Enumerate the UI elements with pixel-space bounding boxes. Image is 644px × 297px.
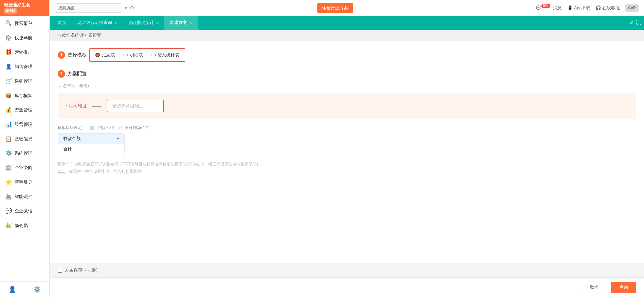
metrics-closing: ） [153, 125, 157, 131]
tab-home[interactable]: 首页 [52, 16, 72, 30]
tab-collection-stats[interactable]: 收款情况统计 ✕ [122, 16, 164, 30]
radio-detail[interactable]: 明细表 [123, 52, 143, 58]
tab-new-plan[interactable]: 新建方案 ✕ [164, 16, 198, 30]
metrics-header-text: 收款金额 [63, 136, 81, 142]
system-label: 系统管理 [15, 150, 32, 156]
metrics-label-row: 模板指标设定（ 可拖动位置 不可拖动位置 ） [58, 125, 636, 131]
save-plan-checkbox[interactable] [58, 268, 62, 273]
tab-label-bank-query: 现金银行流水查询 [77, 20, 112, 26]
sidebar-item-marketing[interactable]: 🎁 营销推广 [0, 45, 49, 59]
hardware-icon: 🖨️ [5, 193, 12, 200]
metrics-table: 收款金额 ▾ 合计 [58, 133, 125, 154]
search-input[interactable] [55, 3, 122, 13]
dimension-select[interactable]: 请选择分组维度 [107, 100, 164, 112]
management-icon: 📊 [5, 121, 12, 128]
radio-cross-input[interactable] [151, 53, 156, 57]
download-label: App下载 [574, 5, 590, 11]
search-menu-label: 搜索菜单 [15, 20, 32, 27]
sidebar-item-inventory[interactable]: 📦 库存核算 [0, 88, 49, 103]
breadcrumb-text: 收款情况统计方案设置 [58, 33, 101, 38]
dimension-row: * 纵向维度 —— 请选择分组维度 [66, 100, 164, 112]
step2-num: 2 [58, 70, 65, 78]
sidebar-bottom-user[interactable]: 👤 [6, 284, 19, 294]
movable-dot [90, 126, 94, 130]
message-label: 消息 [553, 5, 562, 11]
content-area: 收款情况统计方案设置 1 选择模板 汇总表 [50, 30, 644, 297]
metrics-chevron-icon[interactable]: ▾ [117, 137, 119, 141]
cancel-button[interactable]: 取消 [582, 282, 607, 293]
radio-cross[interactable]: 交叉统计表 [151, 52, 179, 58]
confirm-button[interactable]: 查询 [611, 282, 636, 293]
sidebar-logo-name: 畅捷通好生意 [4, 2, 30, 8]
sidebar-item-system[interactable]: ⚙️ 系统管理 [0, 146, 49, 160]
sidebar-item-member[interactable]: 👑 畅会员 [0, 218, 49, 233]
service-button[interactable]: 🎧 在线客服 [596, 5, 620, 11]
settings-icon[interactable]: ⚙ [130, 5, 135, 11]
finance-label: 资金管理 [15, 107, 32, 113]
save-plan-label: 方案保存（可选） [65, 267, 100, 273]
sidebar-item-sales[interactable]: 👤 销售管理 [0, 59, 49, 74]
sidebar-item-basic-info[interactable]: 📋 基础信息 [0, 132, 49, 146]
sidebar-item-finance[interactable]: 💰 资金管理 [0, 103, 49, 117]
close-window-button[interactable]: ✕ [629, 20, 633, 26]
tabs-right-controls: ✕ ⛶ [629, 20, 641, 26]
sidebar-item-enterprise[interactable]: 🏢 企业协同 [0, 160, 49, 175]
sidebar-item-management[interactable]: 📊 经营管理 [0, 117, 49, 132]
radio-summary[interactable]: 汇总表 [95, 52, 115, 58]
purchase-icon: 🛒 [5, 78, 12, 84]
bottom-bar: 取消 查询 [50, 277, 644, 297]
header-left: ▾ ⚙ [55, 3, 135, 13]
sidebar-item-weixin[interactable]: 💬 企业微信 [0, 204, 49, 218]
sidebar-item-search-menu[interactable]: 🔍 搜索菜单 [0, 16, 49, 31]
download-button[interactable]: 📱 App下载 [567, 5, 590, 11]
sidebar-bottom-settings[interactable]: ⚙️ [31, 284, 43, 294]
metrics-title-text: 模板指标设定（ [58, 125, 86, 131]
guide-label: 新手引导 [15, 179, 32, 185]
basic-info-label: 基础信息 [15, 136, 32, 142]
hardware-label: 智能硬件 [15, 194, 32, 200]
dimension-placeholder: 请选择分组维度 [113, 103, 143, 108]
marketing-label: 营销推广 [15, 49, 32, 55]
movable-badge: 可拖动位置 [90, 125, 115, 131]
header-right: 💬 99+ 消息 📱 App下载 🎧 在线客服 CaR [536, 4, 639, 12]
sidebar-bottom: 👤 ⚙️ [0, 281, 49, 297]
tip-line1: 提示： 1.拖动标题栏可以调整布局，不可跨维度或指标区域拖动栏目字段(只能在同一… [58, 161, 636, 168]
message-button[interactable]: 💬 99+ 消息 [536, 5, 562, 11]
sidebar-item-hardware[interactable]: 🖨️ 智能硬件 [0, 189, 49, 204]
sidebar-item-quick-nav[interactable]: 🏠 快捷导航 [0, 31, 49, 45]
fixed-label: 不可拖动位置 [125, 125, 149, 131]
step2-title: 方案配置 [68, 71, 87, 77]
dimension-subtitle-text: 汇总维度（必选） [59, 83, 91, 88]
header-dropdown-button[interactable]: ▾ [125, 5, 127, 11]
finance-icon: 💰 [5, 107, 12, 113]
search-menu-icon: 🔍 [5, 20, 12, 27]
tab-bank-query[interactable]: 现金银行流水查询 ✕ [72, 16, 122, 30]
step1-header: 1 选择模板 汇总表 明细表 [58, 48, 636, 62]
user-avatar-area[interactable]: CaR [625, 4, 639, 12]
system-icon: ⚙️ [5, 150, 12, 156]
tab-close-bank-query[interactable]: ✕ [114, 21, 117, 25]
expand-window-button[interactable]: ⛶ [636, 20, 641, 26]
movable-label: 可拖动位置 [95, 125, 115, 131]
page-breadcrumb: 收款情况统计方案设置 [50, 30, 644, 41]
purchase-label: 采购管理 [15, 78, 32, 84]
inventory-label: 库存核算 [15, 93, 32, 99]
step2-header: 2 方案配置 [58, 70, 636, 78]
tab-close-collection-stats[interactable]: ✕ [156, 21, 159, 25]
guide-icon: 🌟 [5, 179, 12, 185]
tab-bar: 首页 现金银行流水查询 ✕ 收款情况统计 ✕ 新建方案 ✕ ✕ ⛶ [50, 16, 644, 30]
message-badge: 99+ [541, 4, 550, 8]
enterprise-label: 企业协同 [15, 165, 32, 171]
weixin-label: 企业微信 [15, 208, 32, 214]
management-label: 经营管理 [15, 121, 32, 128]
radio-detail-input[interactable] [123, 53, 128, 57]
tab-label-home: 首页 [58, 20, 66, 26]
sidebar-item-purchase[interactable]: 🛒 采购管理 [0, 74, 49, 88]
radio-summary-input[interactable] [95, 53, 100, 57]
dimension-subtitle: 汇总维度（必选） [58, 83, 636, 89]
tab-close-new-plan[interactable]: ✕ [189, 21, 192, 25]
trial-button[interactable]: 体验行业方案 [317, 3, 353, 13]
metrics-table-header[interactable]: 收款金额 ▾ [58, 134, 124, 144]
sidebar-item-guide[interactable]: 🌟 新手引导 [0, 175, 49, 189]
sales-label: 销售管理 [15, 64, 32, 70]
